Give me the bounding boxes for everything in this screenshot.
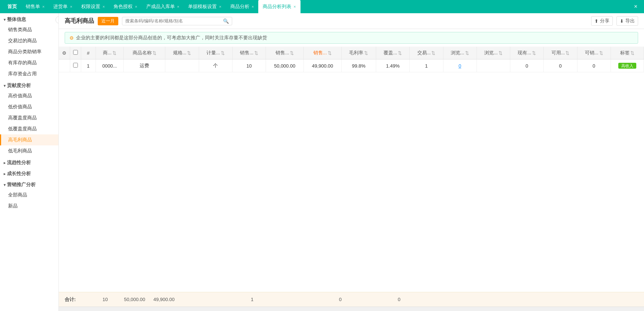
cell-spec (165, 59, 199, 72)
col-header-trade-count[interactable]: 交易... ⇅ (410, 47, 443, 59)
nav-item-home[interactable]: 首页 (3, 0, 21, 13)
cell-gear (59, 59, 70, 72)
close-icon[interactable]: × (70, 4, 72, 9)
sidebar-section-title-contribution: 贡献度分析 (7, 82, 31, 89)
sidebar-section-title-flow: 流趋性分析 (7, 159, 31, 166)
sidebar-item-in-stock[interactable]: 有库存的商品 (0, 57, 58, 68)
close-icon[interactable]: × (42, 4, 44, 9)
footer-spacer2 (208, 297, 237, 302)
footer-trade-count: 1 (237, 297, 267, 302)
nav-label-template: 单据模板设置 (188, 3, 217, 10)
col-header-gear[interactable]: ⚙ (59, 47, 70, 59)
sidebar-section-overall[interactable]: ▾ 整体信息 (0, 13, 58, 24)
col-header-sales-qty[interactable]: 销售... ⇅ (232, 47, 266, 59)
footer-spacer4 (296, 297, 325, 302)
nav-item-analysis-list[interactable]: 商品分析列表 × (258, 0, 300, 13)
col-header-spec[interactable]: 规格... ⇅ (165, 47, 199, 59)
nav-item-template[interactable]: 单据模板设置 × (184, 0, 226, 13)
sidebar-item-all-goods[interactable]: 全部商品 (0, 189, 58, 200)
sidebar-item-category-rate[interactable]: 商品分类助销率 (0, 46, 58, 57)
nav-label-purchase: 进货单 (53, 3, 68, 10)
col-header-num[interactable]: # (81, 47, 96, 59)
col-header-view2[interactable]: 浏览... ⇅ (476, 47, 510, 59)
sidebar-section-growth[interactable]: ▸ 成长性分析 (0, 167, 58, 178)
cell-name: 运费 (124, 59, 165, 72)
sidebar-section-contribution[interactable]: ▾ 贡献度分析 (0, 79, 58, 90)
col-header-check[interactable] (70, 47, 81, 59)
nav-label-analysis-list: 商品分析列表 (263, 3, 291, 10)
nav-label-permission: 权限设置 (81, 3, 100, 10)
nav-label-instock: 产成品入库单 (146, 3, 175, 10)
col-header-view1[interactable]: 浏览... ⇅ (443, 47, 476, 59)
col-header-coverage[interactable]: 覆盖... ⇅ (376, 47, 410, 59)
footer-sales-qty: 10 (90, 297, 120, 302)
footer-sales-profit: 49,900.00 (149, 297, 179, 302)
sidebar-section-flow[interactable]: ▸ 流趋性分析 (0, 156, 58, 167)
nav-label-home: 首页 (7, 3, 17, 10)
sidebar-item-new-goods[interactable]: 新品 (0, 200, 58, 211)
close-icon[interactable]: × (102, 4, 105, 9)
col-header-code[interactable]: 商... ⇅ (96, 47, 124, 59)
cell-tag: 高收入 (611, 59, 644, 72)
table-header-row: ⚙ # 商... ⇅ 商品名称 ⇅ 规格... ⇅ 计量... ⇅ 销售... … (59, 47, 644, 59)
search-input[interactable] (125, 18, 223, 23)
nav-item-purchase[interactable]: 进货单 × (49, 0, 76, 13)
header-actions: ⬆ 分享 ⬇ 导出 (591, 16, 638, 26)
footer-spacer5 (355, 297, 384, 302)
export-icon: ⬇ (620, 18, 624, 24)
chevron-down-icon: ▾ (4, 84, 6, 88)
sidebar-item-traded-goods[interactable]: 交易过的商品 (0, 35, 58, 46)
row-checkbox[interactable] (73, 63, 78, 68)
close-icon[interactable]: × (219, 4, 221, 9)
sidebar-item-sales-goods[interactable]: 销售类商品 (0, 24, 58, 35)
close-icon[interactable]: × (177, 4, 179, 9)
col-header-current-stock[interactable]: 现有... ⇅ (510, 47, 544, 59)
sidebar-item-high-value[interactable]: 高价值商品 (0, 90, 58, 101)
table-container: ⚙ # 商... ⇅ 商品名称 ⇅ 规格... ⇅ 计量... ⇅ 销售... … (59, 47, 644, 292)
goods-table: ⚙ # 商... ⇅ 商品名称 ⇅ 规格... ⇅ 计量... ⇅ 销售... … (59, 47, 644, 72)
close-icon[interactable]: × (135, 4, 137, 9)
chevron-down-icon: ▾ (4, 18, 6, 22)
sidebar-section-marketing[interactable]: ▾ 营销推广分析 (0, 178, 58, 189)
col-header-sales-amount[interactable]: 销售... ⇅ (266, 47, 304, 59)
chevron-right-icon: ▸ (4, 161, 6, 165)
nav-item-role[interactable]: 角色授权 × (109, 0, 141, 13)
nav-item-instock[interactable]: 产成品入库单 × (142, 0, 184, 13)
content-header: 高毛利商品 近一月 🔍 ⬆ 分享 ⬇ 导出 (59, 13, 644, 29)
sidebar: « ▾ 整体信息 销售类商品 交易过的商品 商品分类助销率 有库存的商品 库存资… (0, 13, 59, 311)
cell-view2 (476, 59, 510, 72)
sidebar-item-low-value[interactable]: 低价值商品 (0, 101, 58, 112)
page-title: 高毛利商品 (65, 17, 94, 25)
col-header-sales-profit[interactable]: 销售... ⇅ (303, 47, 341, 59)
sidebar-item-high-coverage[interactable]: 高覆盖度商品 (0, 112, 58, 123)
nav-item-analysis[interactable]: 商品分析 × (226, 0, 258, 13)
nav-item-permission[interactable]: 权限设置 × (77, 0, 109, 13)
export-button[interactable]: ⬇ 导出 (616, 16, 638, 26)
sidebar-item-stock-capital[interactable]: 库存资金占用 (0, 68, 58, 79)
sidebar-item-low-margin[interactable]: 低毛利商品 (0, 145, 58, 156)
filter-period-button[interactable]: 近一月 (98, 17, 118, 25)
col-header-available-stock[interactable]: 可用... ⇅ (544, 47, 577, 59)
share-button[interactable]: ⬆ 分享 (591, 16, 613, 26)
cell-saleable-stock: 0 (577, 59, 611, 72)
footer-values: 10 50,000.00 49,900.00 1 0 0 (90, 297, 638, 302)
nav-label-sales: 销售单 (26, 3, 40, 10)
select-all-checkbox[interactable] (73, 50, 78, 55)
sidebar-item-high-margin[interactable]: 高毛利商品 (0, 134, 58, 145)
close-all-button[interactable]: × (630, 3, 641, 10)
col-header-gross-margin[interactable]: 毛利率 ⇅ (341, 47, 376, 59)
search-icon[interactable]: 🔍 (223, 18, 229, 24)
horizontal-scrollbar[interactable] (59, 307, 644, 311)
sidebar-item-low-coverage[interactable]: 低覆盖度商品 (0, 123, 58, 134)
col-header-name[interactable]: 商品名称 ⇅ (124, 47, 165, 59)
cell-view1[interactable]: 0 (443, 59, 476, 72)
nav-label-analysis: 商品分析 (230, 3, 249, 10)
col-header-tag[interactable]: 标签 ⇅ (611, 47, 644, 59)
col-header-saleable-stock[interactable]: 可销... ⇅ (577, 47, 611, 59)
top-navigation: 首页 销售单 × 进货单 × 权限设置 × 角色授权 × 产成品入库单 × 单据… (0, 0, 644, 13)
close-icon[interactable]: × (252, 4, 254, 9)
nav-item-sales[interactable]: 销售单 × (21, 0, 49, 13)
close-icon-active[interactable]: × (294, 4, 296, 9)
cell-check[interactable] (70, 59, 81, 72)
col-header-unit[interactable]: 计量... ⇅ (199, 47, 232, 59)
